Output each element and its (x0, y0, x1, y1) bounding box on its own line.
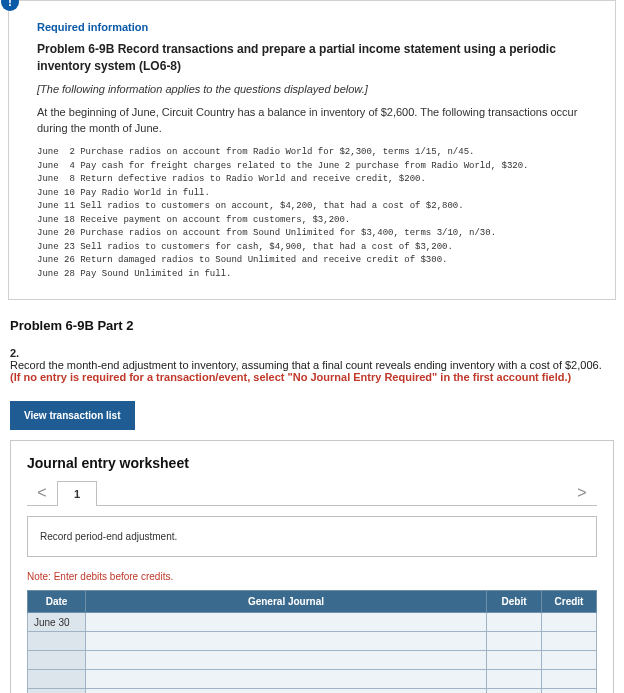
cell-credit[interactable] (542, 632, 597, 651)
required-info-heading: Required information (37, 21, 597, 33)
question-red-note: (If no entry is required for a transacti… (10, 371, 571, 383)
instruction-box: Record period-end adjustment. (27, 516, 597, 557)
journal-entry-table: Date General Journal Debit Credit June 3… (27, 590, 597, 693)
cell-debit[interactable] (487, 613, 542, 632)
table-row (28, 670, 597, 689)
question-text: Record the month-end adjustment to inven… (10, 359, 602, 371)
tab-row: < 1 > (27, 481, 597, 506)
problem-title: Problem 6-9B Record transactions and pre… (37, 41, 597, 75)
tab-1[interactable]: 1 (57, 481, 97, 506)
cell-credit[interactable] (542, 689, 597, 693)
required-info-card: ! Required information Problem 6-9B Reco… (8, 0, 616, 300)
cell-account[interactable] (86, 651, 487, 670)
applies-note: [The following information applies to th… (37, 83, 597, 95)
journal-entry-worksheet: Journal entry worksheet < 1 > Record per… (10, 440, 614, 693)
th-general-journal: General Journal (86, 591, 487, 613)
cell-account[interactable] (86, 670, 487, 689)
question-number: 2. (10, 347, 614, 359)
th-debit: Debit (487, 591, 542, 613)
cell-date[interactable] (28, 651, 86, 670)
cell-date[interactable] (28, 632, 86, 651)
cell-date[interactable] (28, 670, 86, 689)
part-title: Problem 6-9B Part 2 (10, 318, 614, 333)
note-debits-before-credits: Note: Enter debits before credits. (27, 571, 597, 582)
th-date: Date (28, 591, 86, 613)
question-block: 2. Record the month-end adjustment to in… (10, 347, 614, 383)
cell-debit[interactable] (487, 632, 542, 651)
table-row (28, 689, 597, 693)
info-icon: ! (1, 0, 19, 11)
cell-account[interactable] (86, 632, 487, 651)
table-row (28, 632, 597, 651)
next-arrow-icon[interactable]: > (567, 484, 597, 502)
cell-credit[interactable] (542, 651, 597, 670)
view-transaction-list-button[interactable]: View transaction list (10, 401, 135, 430)
cell-account[interactable] (86, 613, 487, 632)
cell-debit[interactable] (487, 651, 542, 670)
jew-title: Journal entry worksheet (27, 455, 597, 471)
cell-debit[interactable] (487, 670, 542, 689)
th-credit: Credit (542, 591, 597, 613)
cell-debit[interactable] (487, 689, 542, 693)
table-row: June 30 (28, 613, 597, 632)
cell-date[interactable] (28, 689, 86, 693)
transaction-list: June 2 Purchase radios on account from R… (37, 146, 597, 281)
cell-account[interactable] (86, 689, 487, 693)
prev-arrow-icon[interactable]: < (27, 484, 57, 502)
narrative-text: At the beginning of June, Circuit Countr… (37, 105, 597, 137)
cell-date[interactable]: June 30 (28, 613, 86, 632)
table-row (28, 651, 597, 670)
cell-credit[interactable] (542, 670, 597, 689)
cell-credit[interactable] (542, 613, 597, 632)
